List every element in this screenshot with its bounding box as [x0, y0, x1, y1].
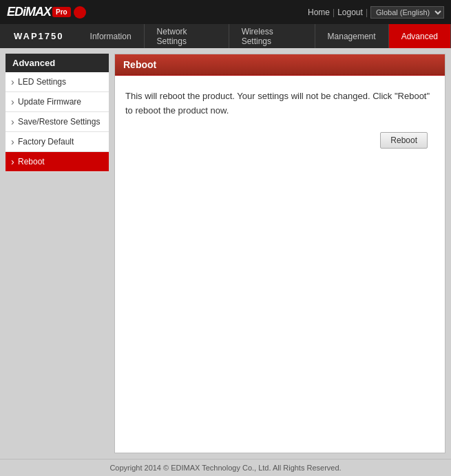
- reboot-btn-row: Reboot: [125, 132, 434, 149]
- logo-text: EDiMAX: [7, 5, 51, 19]
- nav-item-management[interactable]: Management: [315, 24, 389, 48]
- logout-link[interactable]: Logout: [337, 8, 363, 17]
- sidebar-item-led-settings[interactable]: LED Settings: [6, 72, 109, 92]
- main: Advanced LED Settings Update Firmware Sa…: [0, 48, 451, 459]
- reboot-button[interactable]: Reboot: [380, 132, 428, 149]
- header-links: Home | Logout | Global (English): [308, 6, 444, 19]
- content-body: This will reboot the product. Your setti…: [115, 76, 445, 162]
- sidebar-heading: Advanced: [6, 54, 109, 72]
- footer-text: Copyright 2014 © EDIMAX Technology Co., …: [109, 464, 341, 472]
- logo-area: EDiMAX Pro: [7, 5, 86, 19]
- nav-items: Information Network Settings Wireless Se…: [78, 24, 451, 48]
- language-select[interactable]: Global (English): [370, 6, 444, 19]
- nav-item-network-settings[interactable]: Network Settings: [145, 24, 229, 48]
- footer: Copyright 2014 © EDIMAX Technology Co., …: [0, 459, 451, 476]
- logo: EDiMAX Pro: [7, 5, 86, 19]
- sidebar-item-save-restore[interactable]: Save/Restore Settings: [6, 112, 109, 132]
- header: EDiMAX Pro Home | Logout | Global (Engli…: [0, 0, 451, 24]
- nav-item-advanced[interactable]: Advanced: [389, 24, 451, 48]
- content-title: Reboot: [115, 54, 445, 76]
- device-name: WAP1750: [0, 24, 78, 48]
- logo-pro-badge: Pro: [52, 7, 71, 17]
- content-panel: Reboot This will reboot the product. You…: [114, 54, 445, 453]
- sep2: |: [366, 8, 368, 17]
- sidebar-item-factory-default[interactable]: Factory Default: [6, 132, 109, 152]
- logo-oval-icon: [74, 6, 86, 19]
- sidebar-item-reboot[interactable]: Reboot: [6, 152, 109, 172]
- nav-item-wireless-settings[interactable]: Wireless Settings: [229, 24, 315, 48]
- navbar: WAP1750 Information Network Settings Wir…: [0, 24, 451, 48]
- sep1: |: [333, 8, 335, 17]
- sidebar-item-update-firmware[interactable]: Update Firmware: [6, 92, 109, 112]
- reboot-message: This will reboot the product. Your setti…: [125, 89, 434, 118]
- nav-item-information[interactable]: Information: [78, 24, 145, 48]
- sidebar: Advanced LED Settings Update Firmware Sa…: [6, 54, 109, 453]
- home-link[interactable]: Home: [308, 8, 330, 17]
